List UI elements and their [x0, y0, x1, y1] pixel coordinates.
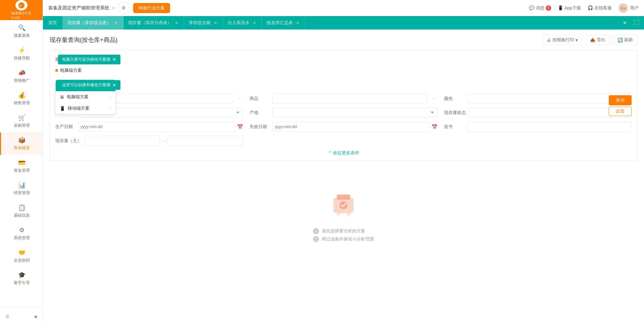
tab-close-all-button[interactable]: ✕	[620, 18, 629, 28]
user-menu[interactable]: Ea 用户	[619, 3, 639, 13]
stock-main-max-input[interactable]	[167, 136, 243, 146]
stock-main-range: —	[84, 136, 243, 146]
industry-plan-button[interactable]: 体验行业方案	[133, 3, 170, 13]
inventory-icon: 📦	[18, 137, 25, 144]
sidebar-item-operations[interactable]: 📊 经营管理	[0, 177, 43, 200]
page-actions: 🖨 按模板打印 ▾ 📤 导出 🔄 刷新	[542, 35, 637, 45]
message-icon: 💬	[529, 5, 534, 10]
color-label: 颜色	[444, 96, 464, 102]
filter-section-wrapper: 按以下方案查询 + ✎ ← 电脑方案可设为移动方案哦 ✕	[50, 50, 637, 161]
production-date-label: 生产日期	[55, 124, 75, 130]
color-select[interactable]	[467, 94, 632, 104]
sidebar-item-quick[interactable]: ⚡ 快捷导航	[0, 43, 43, 65]
reset-button[interactable]: 设置	[609, 107, 632, 116]
empty-state: 1 请先选择要分析的方案 2 用过滤条件来缩小分析范围	[50, 161, 637, 271]
tab-receive-summary[interactable]: 收发存汇总表 ✕	[262, 16, 305, 30]
app-logo: 6 畅通通好生意 标准版	[0, 0, 43, 20]
tab-in-out-flow[interactable]: 出入库流水 ✕	[223, 16, 262, 30]
batch-input[interactable]	[467, 122, 632, 132]
sidebar-menu: 🔍 搜索菜单 ⚡ 快捷导航 📣 营销推广 💰 销售管理 🛒 采购管理 📦 库存核…	[0, 20, 43, 307]
finance-icon: 💳	[18, 159, 25, 166]
origin-select[interactable]	[272, 108, 437, 118]
tab-close-inventory-dist[interactable]: ✕	[174, 20, 179, 25]
expiry-date-icon[interactable]: 📅	[432, 124, 437, 129]
svg-point-5	[337, 212, 340, 216]
range-separator: —	[161, 139, 166, 144]
scheme-item-mobile[interactable]: 📱 移动端方案 ›	[56, 103, 115, 114]
support-icon: 🎧	[588, 5, 593, 10]
filter-row-color: 颜色	[444, 94, 632, 104]
goods-dots[interactable]: ···	[430, 96, 437, 102]
sidebar-item-purchase[interactable]: 🛒 采购管理	[0, 110, 43, 132]
batch-label: 批号	[444, 124, 464, 130]
origin-label: 产地	[250, 110, 270, 116]
expiry-date-input-wrapper: 📅	[272, 122, 437, 132]
scheme-item-desktop[interactable]: 🖥 电脑端方案 ›	[56, 91, 115, 103]
sidebar-item-finance[interactable]: 💳 资金管理	[0, 155, 43, 177]
sidebar-item-enterprise[interactable]: 🤝 企业协同	[0, 245, 43, 267]
tab-inventory-status[interactable]: 现存量（库存状况表） ✕	[63, 16, 123, 30]
expiry-date-input[interactable]	[272, 122, 430, 132]
tab-home[interactable]: 首页	[43, 16, 63, 30]
logo-icon: 6	[15, 0, 28, 10]
arrow-right-icon: ›	[110, 95, 111, 100]
tooltip-close-scheme[interactable]: ✕	[112, 83, 116, 88]
export-icon: 📤	[590, 38, 595, 43]
main-tooltip: 电脑方案可设为移动方案哦 ✕	[58, 55, 120, 64]
sidebar-item-search[interactable]: 🔍 搜索菜单	[0, 20, 43, 43]
content-inner: 现存量查询(按仓库+商品) 🖨 按模板打印 ▾ 📤 导出 🔄 刷新	[43, 30, 644, 325]
refresh-icon: 🔄	[618, 38, 623, 43]
production-date-input[interactable]	[78, 122, 236, 132]
app-download-button[interactable]: 📱 App下载	[558, 5, 581, 11]
sidebar-item-sales[interactable]: 💰 销售管理	[0, 88, 43, 110]
tab-close-inventory-status[interactable]: ✕	[113, 20, 118, 25]
svg-point-0	[18, 2, 24, 8]
sidebar-settings-button[interactable]: ⚙	[3, 312, 12, 321]
goods-input-wrapper	[272, 94, 427, 104]
tooltip-close-main[interactable]: ✕	[112, 57, 116, 62]
goods-label: 商品	[250, 96, 270, 102]
refresh-button[interactable]: 🔄 刷新	[613, 35, 637, 45]
sidebar-collapse-button[interactable]: ◀	[31, 312, 40, 321]
message-button[interactable]: 💬 消息 6	[529, 5, 551, 11]
export-button[interactable]: 📤 导出	[586, 35, 610, 45]
tab-close-batch-account[interactable]: ✕	[213, 20, 218, 25]
goods-input[interactable]	[272, 94, 427, 104]
chevron-up-icon: ⌃	[328, 151, 332, 156]
stock-main-min-input[interactable]	[84, 136, 160, 146]
settings-button[interactable]: ⚙	[118, 3, 129, 13]
stock-main-label: 现存量（主）	[55, 138, 82, 144]
search-button[interactable]: 查询	[609, 95, 632, 105]
template-print-button[interactable]: 🖨 按模板打印 ▾	[542, 35, 582, 45]
tab-close-in-out-flow[interactable]: ✕	[252, 20, 257, 25]
warehouse-dots[interactable]: ···	[236, 96, 243, 102]
stock-status-select[interactable]	[469, 108, 632, 118]
tab-fullscreen-button[interactable]: ⛶	[632, 18, 641, 28]
tab-close-receive-summary[interactable]: ✕	[295, 20, 300, 25]
sidebar-item-inventory[interactable]: 📦 库存核算	[0, 132, 43, 155]
sidebar-item-guide[interactable]: 🎓 新手引导	[0, 267, 43, 290]
sidebar-item-system[interactable]: ⚙ 系统管理	[0, 222, 43, 245]
filter-row-goods: 商品 ···	[250, 94, 437, 104]
sidebar: 6 畅通通好生意 标准版 🔍 搜索菜单 ⚡ 快捷导航 📣 营销推广 💰 销售管理…	[0, 0, 43, 325]
filter-row-batch: 批号	[444, 122, 632, 132]
sales-icon: 💰	[18, 92, 25, 99]
search-buttons: 查询 设置	[609, 95, 632, 116]
message-badge: 6	[546, 5, 551, 11]
scheme-tooltip: 这里可以创建和修改方案哦 ✕	[58, 80, 120, 90]
page-header: 现存量查询(按仓库+商品) 🖨 按模板打印 ▾ 📤 导出 🔄 刷新	[50, 35, 637, 45]
sidebar-item-marketing[interactable]: 📣 营销推广	[0, 65, 43, 88]
svg-point-6	[347, 212, 350, 216]
tab-inventory-dist[interactable]: 现存量（库存分布表） ✕	[123, 16, 184, 30]
scheme-current-label: 电脑端方案	[60, 67, 82, 73]
scheme-dropdown-container: 电脑端方案 电脑端方案 🖥 电脑端方案 ›	[55, 67, 82, 73]
svg-text:6: 6	[19, 4, 21, 7]
filter-row-expiry-date: 失效日期 📅	[250, 122, 437, 132]
online-support-button[interactable]: 🎧 在线客服	[588, 5, 612, 11]
collapse-button[interactable]: ⌃ 收起更多条件	[55, 150, 632, 156]
tab-batch-account[interactable]: 库存批次账 ✕	[184, 16, 223, 30]
purchase-icon: 🛒	[18, 114, 25, 121]
guide-icon: 🎓	[18, 271, 25, 279]
production-date-icon[interactable]: 📅	[237, 124, 243, 129]
sidebar-item-basic[interactable]: 📋 基础信息	[0, 200, 43, 222]
